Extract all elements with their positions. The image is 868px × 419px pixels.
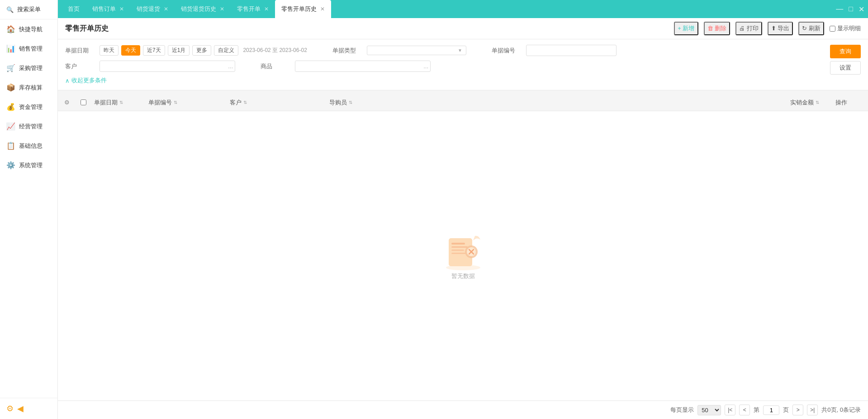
page-content: 零售开单历史 + 新增 🗑 删除 🖨 打印 ⬆ 导出 ↻ 刷新 显示明细 单据	[58, 18, 868, 419]
svg-rect-5	[451, 253, 466, 254]
display-detail-input[interactable]	[830, 26, 835, 32]
first-page-button[interactable]: |<	[725, 405, 735, 415]
basic-icon: 📋	[6, 141, 15, 150]
th-number-sort-icon[interactable]: ⇅	[174, 100, 177, 105]
tab-sales-return-history-label: 销货退货历史	[181, 5, 216, 13]
table-select-all[interactable]	[76, 99, 90, 105]
th-customer-label: 客户	[230, 99, 242, 107]
date-btn-7days[interactable]: 近7天	[143, 45, 165, 56]
th-customer: 客户 ⇅	[226, 99, 326, 107]
th-date: 单据日期 ⇅	[90, 99, 145, 107]
th-amount-sort-icon[interactable]: ⇅	[816, 100, 819, 105]
doc-type-chevron-icon: ▼	[458, 48, 462, 53]
sidebar-item-operations[interactable]: 📈 经营管理	[0, 117, 57, 136]
th-number: 单据编号 ⇅	[145, 99, 226, 107]
sidebar-item-label: 采购管理	[19, 64, 43, 72]
tab-retail-history-close[interactable]: ✕	[320, 6, 325, 12]
tab-sales-return[interactable]: 销货退货 ✕	[130, 0, 175, 18]
th-guide-sort-icon[interactable]: ⇅	[349, 100, 352, 105]
date-btn-more[interactable]: 更多	[192, 45, 211, 56]
date-btn-yesterday[interactable]: 昨天	[100, 45, 119, 56]
add-button[interactable]: + 新增	[674, 22, 698, 35]
sidebar-search-label: 搜索采单	[17, 5, 41, 14]
tab-retail-open-close[interactable]: ✕	[264, 6, 269, 12]
per-page-label: 每页显示	[670, 406, 694, 414]
page-label: 第	[754, 406, 759, 414]
date-btn-custom[interactable]: 自定义	[214, 45, 238, 56]
date-btn-today[interactable]: 今天	[121, 45, 140, 56]
print-button[interactable]: 🖨 打印	[735, 22, 762, 35]
empty-text: 暂无数据	[451, 272, 475, 280]
collapse-arrow-icon: ∧	[65, 77, 70, 84]
th-guide-label: 导购员	[329, 99, 347, 107]
tab-home[interactable]: 首页	[62, 0, 86, 18]
date-btn-1month[interactable]: 近1月	[168, 45, 190, 56]
customer-ellipsis-icon[interactable]: ...	[226, 61, 235, 71]
sidebar-item-system[interactable]: ⚙️ 系统管理	[0, 155, 57, 175]
sidebar-item-sales[interactable]: 📊 销售管理	[0, 39, 57, 58]
collapse-sidebar-icon[interactable]: ◀	[17, 404, 24, 414]
select-all-checkbox[interactable]	[81, 99, 86, 105]
delete-button[interactable]: 🗑 删除	[704, 22, 730, 35]
doc-num-label: 单据编号	[492, 47, 519, 55]
query-button[interactable]: 查询	[830, 45, 861, 58]
sidebar-item-finance[interactable]: 💰 资金管理	[0, 97, 57, 117]
operations-icon: 📈	[6, 122, 15, 131]
doc-type-select[interactable]: ▼	[367, 46, 466, 55]
quick-nav-icon: 🏠	[6, 25, 15, 33]
page-suffix: 页	[783, 406, 789, 414]
tab-retail-history-label: 零售开单历史	[281, 5, 317, 13]
date-filter-label: 单据日期	[65, 47, 92, 55]
table-column-settings-icon[interactable]: ⚙	[58, 99, 76, 106]
tab-sales-return-history-close[interactable]: ✕	[220, 6, 224, 12]
th-action: 操作	[832, 99, 868, 107]
customer-input[interactable]	[100, 61, 226, 71]
close-window-icon[interactable]: ✕	[859, 5, 864, 14]
sidebar-search[interactable]: 🔍 搜索采单	[0, 0, 57, 19]
tab-sales-order-label: 销售订单	[92, 5, 116, 13]
sidebar-item-quick-nav[interactable]: 🏠 快捷导航	[0, 19, 57, 39]
settings-bottom-icon[interactable]: ⚙	[6, 404, 14, 414]
table-header: ⚙ 单据日期 ⇅ 单据编号 ⇅ 客户 ⇅ 导购员 ⇅	[58, 94, 868, 111]
toolbar-actions: + 新增 🗑 删除 🖨 打印 ⬆ 导出 ↻ 刷新 显示明细	[674, 22, 861, 35]
tab-sales-return-close[interactable]: ✕	[164, 6, 168, 12]
goods-input[interactable]	[295, 61, 422, 71]
sidebar-item-inventory[interactable]: 📦 库存核算	[0, 78, 57, 97]
th-action-label: 操作	[835, 99, 847, 107]
doc-num-input[interactable]	[526, 45, 617, 56]
goods-filter-label: 商品	[261, 62, 288, 71]
sidebar-item-purchase[interactable]: 🛒 采购管理	[0, 58, 57, 78]
query-buttons: 查询 设置	[830, 45, 861, 75]
export-button[interactable]: ⬆ 导出	[768, 22, 793, 35]
per-page-select[interactable]: 50 10 20 100	[697, 405, 721, 415]
sidebar-item-label: 基础信息	[19, 142, 43, 150]
table-area: ⚙ 单据日期 ⇅ 单据编号 ⇅ 客户 ⇅ 导购员 ⇅	[58, 94, 868, 419]
filter-row-2: 客户 ... 商品 ...	[65, 61, 825, 72]
display-detail-checkbox[interactable]: 显示明细	[830, 24, 861, 33]
th-customer-sort-icon[interactable]: ⇅	[243, 100, 247, 105]
maximize-icon[interactable]: □	[849, 5, 853, 13]
tab-sales-order-close[interactable]: ✕	[119, 6, 124, 12]
sidebar-item-basic[interactable]: 📋 基础信息	[0, 136, 57, 155]
prev-page-button[interactable]: <	[739, 405, 750, 415]
tab-home-label: 首页	[68, 5, 80, 13]
page-number-input[interactable]	[763, 405, 779, 415]
tab-bar-right: — □ ✕	[836, 5, 864, 14]
tab-sales-return-history[interactable]: 销货退货历史 ✕	[175, 0, 231, 18]
system-icon: ⚙️	[6, 161, 15, 169]
last-page-button[interactable]: >|	[807, 405, 818, 415]
collapse-filter-btn[interactable]: ∧ 收起更多条件	[65, 76, 825, 85]
refresh-button[interactable]: ↻ 刷新	[798, 22, 824, 35]
goods-ellipsis-icon[interactable]: ...	[422, 61, 430, 71]
next-page-button[interactable]: >	[792, 405, 803, 415]
th-date-sort-icon[interactable]: ⇅	[119, 100, 123, 105]
filter-area: 单据日期 昨天 今天 近7天 近1月 更多 自定义 2023-06-02 至 2…	[58, 39, 868, 90]
filter-row-1: 单据日期 昨天 今天 近7天 近1月 更多 自定义 2023-06-02 至 2…	[65, 45, 825, 56]
search-icon: 🔍	[6, 6, 14, 13]
minimize-icon[interactable]: —	[836, 5, 843, 13]
filter-settings-button[interactable]: 设置	[830, 61, 861, 75]
tab-retail-open[interactable]: 零售开单 ✕	[231, 0, 275, 18]
finance-icon: 💰	[6, 103, 15, 111]
tab-sales-order[interactable]: 销售订单 ✕	[86, 0, 130, 18]
tab-retail-history[interactable]: 零售开单历史 ✕	[275, 0, 331, 18]
